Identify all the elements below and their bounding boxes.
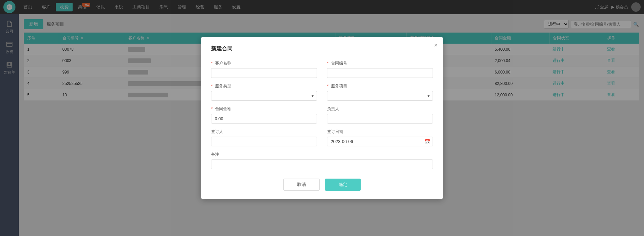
modal-overlay[interactable]: 新建合同 × * 客户名称 * 合同编号 <box>0 0 644 236</box>
client-name-input[interactable] <box>211 68 317 78</box>
field-service-item: * 服务项目 <box>327 83 433 101</box>
modal-footer: 取消 确定 <box>211 179 433 191</box>
required-mark-4: * <box>327 84 329 88</box>
form-grid: * 客户名称 * 合同编号 * 服务类型 <box>211 60 433 169</box>
service-type-label-modal: * 服务类型 <box>211 83 317 89</box>
field-signer: 签订人 <box>211 129 317 146</box>
amount-label: * 合同金额 <box>211 106 317 112</box>
required-mark-2: * <box>327 61 329 65</box>
required-mark-5: * <box>211 106 213 111</box>
confirm-button[interactable]: 确定 <box>325 179 361 191</box>
modal-close-button[interactable]: × <box>434 42 438 49</box>
service-item-select-wrapper <box>327 91 433 101</box>
required-mark-3: * <box>211 84 213 88</box>
service-item-select[interactable] <box>327 91 433 101</box>
field-contract-no: * 合同编号 <box>327 60 433 78</box>
signer-label: 签订人 <box>211 129 317 135</box>
remark-input[interactable] <box>211 159 433 169</box>
sign-date-label: 签订日期 <box>327 129 433 135</box>
date-input-wrapper: 📅 <box>327 137 433 146</box>
contract-no-input[interactable] <box>327 68 433 78</box>
new-contract-modal: 新建合同 × * 客户名称 * 合同编号 <box>201 37 443 199</box>
field-client-name: * 客户名称 <box>211 60 317 78</box>
remark-label: 备注 <box>211 152 433 157</box>
cancel-button[interactable]: 取消 <box>283 179 320 191</box>
field-responsible: 负责人 <box>327 106 433 124</box>
service-item-label: * 服务项目 <box>327 83 433 89</box>
field-sign-date: 签订日期 📅 <box>327 129 433 146</box>
sign-date-input[interactable] <box>327 137 433 146</box>
service-type-select[interactable] <box>211 91 317 101</box>
field-remark: 备注 <box>211 152 433 169</box>
signer-input[interactable] <box>211 137 317 146</box>
responsible-input[interactable] <box>327 114 433 124</box>
required-mark: * <box>211 61 213 65</box>
field-amount: * 合同金额 <box>211 106 317 124</box>
amount-input[interactable] <box>211 114 317 124</box>
service-type-select-wrapper <box>211 91 317 101</box>
client-name-label: * 客户名称 <box>211 60 317 66</box>
responsible-label: 负责人 <box>327 106 433 112</box>
contract-no-label: * 合同编号 <box>327 60 433 66</box>
field-service-type: * 服务类型 <box>211 83 317 101</box>
modal-title: 新建合同 <box>211 45 433 52</box>
